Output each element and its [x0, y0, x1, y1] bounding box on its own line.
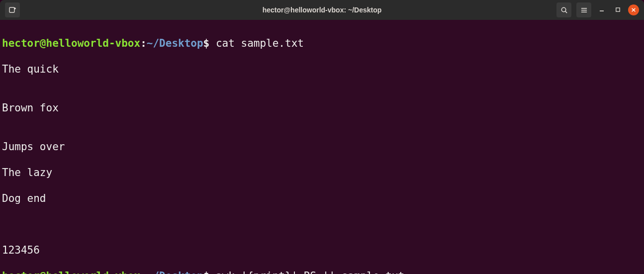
minimize-icon	[599, 6, 605, 14]
command-1	[209, 37, 216, 49]
prompt-user: hector@helloworld-vbox	[2, 270, 140, 274]
prompt-symbol: $	[203, 270, 210, 274]
close-button[interactable]	[628, 4, 639, 15]
prompt-path: ~/Desktop	[147, 270, 203, 274]
prompt-path: ~/Desktop	[147, 37, 203, 49]
prompt-user: hector@helloworld-vbox	[2, 37, 140, 49]
hamburger-menu-icon	[580, 6, 588, 14]
minimize-button[interactable]	[596, 4, 607, 15]
window-title: hector@helloworld-vbox: ~/Desktop	[263, 6, 382, 14]
command-2	[209, 270, 216, 274]
svg-line-4	[565, 11, 566, 12]
prompt-line-2: hector@helloworld-vbox:~/Desktop$ awk '{…	[2, 270, 641, 274]
svg-point-3	[561, 7, 565, 11]
menu-button[interactable]	[576, 2, 591, 17]
output-line: The quick	[2, 63, 641, 76]
search-icon	[560, 6, 568, 14]
maximize-button[interactable]	[612, 4, 623, 15]
new-tab-button[interactable]	[5, 2, 20, 17]
output-line: Brown fox	[2, 101, 641, 114]
prompt-line-1: hector@helloworld-vbox:~/Desktop$ cat sa…	[2, 37, 641, 50]
command-2-text: awk '{print}' RS='' sample.txt	[216, 270, 404, 274]
output-line: The lazy	[2, 166, 641, 179]
prompt-colon: :	[140, 270, 147, 274]
maximize-icon	[615, 6, 621, 14]
close-icon	[631, 6, 636, 14]
prompt-symbol: $	[203, 37, 210, 49]
titlebar: hector@helloworld-vbox: ~/Desktop	[0, 0, 644, 20]
terminal-window: hector@helloworld-vbox: ~/Desktop	[0, 0, 644, 274]
new-tab-icon	[8, 6, 16, 14]
svg-rect-9	[616, 8, 619, 11]
output-line: Jumps over	[2, 140, 641, 153]
svg-rect-0	[9, 7, 14, 12]
command-1-text: cat sample.txt	[216, 37, 304, 49]
output-line: 123456	[2, 244, 641, 257]
output-line: Dog end	[2, 192, 641, 205]
terminal-body[interactable]: hector@helloworld-vbox:~/Desktop$ cat sa…	[0, 20, 644, 274]
prompt-colon: :	[140, 37, 147, 49]
search-button[interactable]	[556, 2, 571, 17]
